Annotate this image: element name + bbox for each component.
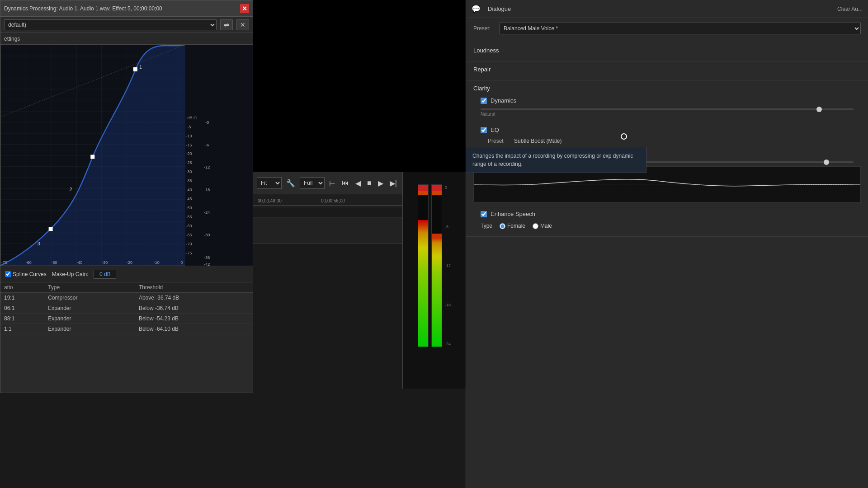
svg-text:-60: -60 bbox=[186, 224, 192, 228]
mark-in-button[interactable]: ⊢ bbox=[327, 177, 337, 189]
svg-text:-42: -42 bbox=[204, 262, 210, 266]
reset-button[interactable]: ⇌ bbox=[220, 19, 233, 30]
eq-chart-svg bbox=[474, 167, 860, 202]
video-area bbox=[253, 0, 466, 172]
svg-text:-20: -20 bbox=[186, 151, 192, 156]
prev-frame-button[interactable]: ◀ bbox=[354, 177, 363, 189]
svg-text:-20: -20 bbox=[127, 260, 132, 265]
svg-text:-45: -45 bbox=[186, 197, 192, 201]
play-button[interactable]: ▶ bbox=[376, 177, 385, 189]
step-back-button[interactable]: ⏮ bbox=[340, 177, 351, 189]
svg-text:-10: -10 bbox=[154, 260, 160, 265]
eq-preset-value: Subtle Boost (Male) bbox=[514, 138, 561, 144]
cell-ratio: 1:1 bbox=[0, 324, 44, 334]
clarity-section: Clarity Dynamics Natural EQ Preset Subtl… bbox=[466, 80, 868, 237]
graph-container: 1 2 3 4 dB O -5 -10 -15 -20 -25 -30 -35 … bbox=[0, 45, 253, 266]
amount-slider-thumb[interactable] bbox=[824, 160, 829, 165]
eq-preset-label: Preset bbox=[488, 138, 510, 144]
amount-label: Amount bbox=[481, 151, 499, 158]
dialogue-tab[interactable]: Dialogue bbox=[484, 4, 514, 14]
svg-text:2: 2 bbox=[69, 187, 72, 192]
col-ratio: atio bbox=[0, 282, 44, 293]
amount-slider-track bbox=[481, 161, 854, 163]
quality-select[interactable]: Full bbox=[300, 177, 325, 189]
loudness-label: Loudness bbox=[473, 47, 861, 54]
svg-text:-60: -60 bbox=[26, 260, 32, 265]
male-radio[interactable] bbox=[533, 223, 538, 229]
svg-text:0: 0 bbox=[181, 260, 183, 265]
next-frame-button[interactable]: ▶| bbox=[388, 177, 399, 189]
dynamics-slider-container: Natural bbox=[473, 107, 861, 120]
cell-type: Expander bbox=[44, 314, 135, 324]
table-row: 88:1 Expander Below -54.23 dB bbox=[0, 314, 253, 324]
zoom-select[interactable]: Fit bbox=[257, 177, 282, 189]
enhance-speech-label: Enhance Speech bbox=[491, 211, 535, 217]
dynamics-slider-thumb[interactable] bbox=[816, 107, 822, 112]
clear-audio-button[interactable]: Clear Au... bbox=[837, 6, 863, 12]
dynamics-graph: 1 2 3 4 dB O -5 -10 -15 -20 -25 -30 -35 … bbox=[0, 45, 253, 266]
svg-text:-15: -15 bbox=[186, 143, 192, 147]
female-radio-option: Female bbox=[500, 223, 525, 229]
dynamics-row: Dynamics bbox=[473, 94, 861, 107]
stop-button[interactable]: ■ bbox=[365, 177, 373, 189]
dynamics-toolbar: default) ⇌ ✕ bbox=[0, 17, 253, 33]
right-panel-header: 💬 Dialogue Clear Au... bbox=[466, 0, 868, 18]
clarity-label: Clarity bbox=[473, 85, 861, 92]
dynamics-table-body: 19:1 Compressor Above -36.74 dB 06:1 Exp… bbox=[0, 293, 253, 334]
spline-curves-checkbox-label[interactable]: Spline Curves bbox=[5, 271, 47, 277]
makeup-gain-value[interactable]: 0 dB bbox=[94, 270, 116, 279]
svg-text:-50: -50 bbox=[52, 260, 57, 265]
cell-type: Compressor bbox=[44, 293, 135, 303]
enhance-speech-checkbox[interactable] bbox=[481, 211, 487, 217]
svg-text:-50: -50 bbox=[186, 206, 192, 210]
type-label: Type bbox=[481, 223, 492, 229]
male-label: Male bbox=[540, 223, 552, 229]
col-type: Type bbox=[44, 282, 135, 293]
cell-threshold: Below -54.23 dB bbox=[135, 314, 253, 324]
svg-text:-12: -12 bbox=[204, 165, 210, 169]
table-row: 06:1 Expander Below -36.74 dB bbox=[0, 303, 253, 314]
svg-text:00;00;48;00: 00;00;48;00 bbox=[258, 198, 282, 203]
dynamics-table-container: atio Type Threshold 19:1 Compressor Abov… bbox=[0, 282, 253, 334]
female-radio[interactable] bbox=[500, 223, 505, 229]
cell-ratio: 88:1 bbox=[0, 314, 44, 324]
svg-text:-55: -55 bbox=[186, 215, 192, 219]
zoom-icon[interactable]: 🔧 bbox=[284, 177, 297, 189]
svg-text:-6: -6 bbox=[205, 143, 209, 147]
svg-text:00;00;56;00: 00;00;56;00 bbox=[321, 198, 345, 203]
preset-select[interactable]: Balanced Male Voice * bbox=[500, 23, 861, 34]
eq-row: EQ bbox=[473, 124, 861, 136]
eq-checkbox[interactable] bbox=[481, 127, 487, 133]
meter-scale: 0 -6 -12 -18 -24 bbox=[445, 184, 451, 347]
cell-type: Expander bbox=[44, 303, 135, 314]
svg-text:-18: -18 bbox=[204, 188, 210, 192]
close-panel-button[interactable]: ✕ bbox=[236, 19, 249, 30]
dynamics-window: Dynamics Processing: Audio 1, Audio 1.wa… bbox=[0, 0, 253, 393]
dynamics-close-button[interactable]: ✕ bbox=[240, 4, 249, 13]
control-point-3 bbox=[49, 227, 53, 231]
preset-dropdown[interactable]: default) bbox=[4, 19, 217, 30]
svg-text:-36: -36 bbox=[204, 255, 210, 260]
svg-text:-35: -35 bbox=[186, 178, 192, 183]
male-radio-option: Male bbox=[533, 223, 552, 229]
svg-text:-30: -30 bbox=[102, 260, 108, 265]
cell-threshold: Above -36.74 dB bbox=[135, 293, 253, 303]
cell-ratio: 19:1 bbox=[0, 293, 44, 303]
dialogue-icon: 💬 bbox=[472, 5, 481, 13]
dynamics-slider-left-label: Natural bbox=[481, 112, 495, 117]
right-meter-fill bbox=[432, 234, 442, 347]
svg-text:-5: -5 bbox=[188, 125, 191, 129]
dynamics-label: Dynamics bbox=[491, 97, 516, 104]
eq-preset-row: Preset Subtle Boost (Male) bbox=[473, 136, 861, 146]
spline-curves-checkbox[interactable] bbox=[5, 271, 11, 277]
dynamics-slider-track bbox=[481, 108, 854, 110]
bottom-controls: Spline Curves Make-Up Gain: 0 dB bbox=[0, 266, 253, 282]
svg-text:-30: -30 bbox=[186, 169, 192, 174]
svg-text:-10: -10 bbox=[186, 134, 192, 138]
dynamics-checkbox[interactable] bbox=[481, 98, 487, 104]
svg-text:-0: -0 bbox=[205, 120, 209, 125]
female-label: Female bbox=[507, 223, 525, 229]
svg-text:-30: -30 bbox=[204, 233, 210, 237]
svg-text:1: 1 bbox=[139, 64, 142, 70]
svg-text:-65: -65 bbox=[186, 233, 192, 237]
